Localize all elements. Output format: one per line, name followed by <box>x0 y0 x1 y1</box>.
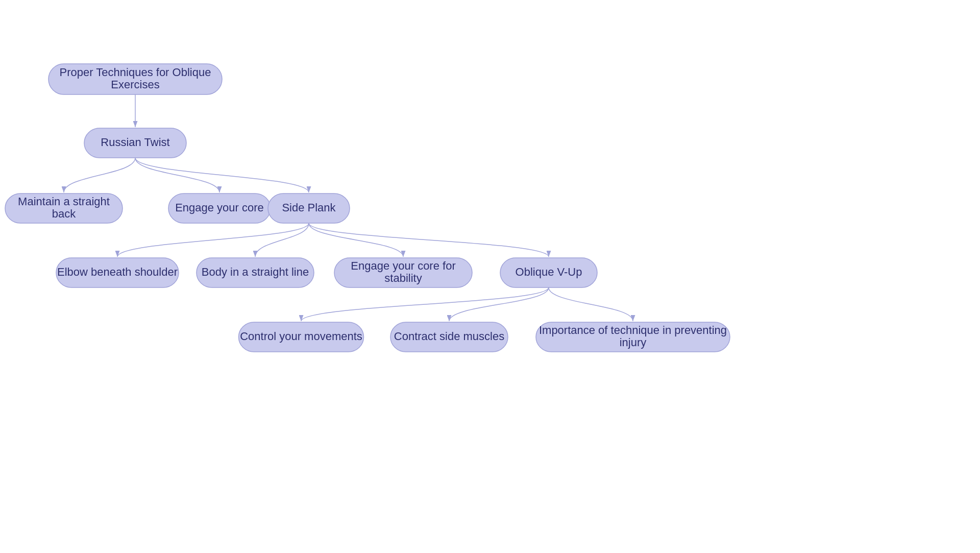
node-text-line-technique_injury-1: injury <box>620 336 647 349</box>
node-straight_line: Body in a straight line <box>197 258 314 287</box>
node-label-engage_core: Engage your core <box>175 201 264 214</box>
node-technique_injury: Importance of technique in preventinginj… <box>536 322 730 352</box>
node-engage_core: Engage your core <box>168 194 271 223</box>
edge-side_plank-elbow_shoulder <box>117 223 309 257</box>
edge-russian_twist-side_plank <box>135 158 309 193</box>
node-label-elbow_shoulder: Elbow beneath shoulder <box>57 266 178 278</box>
node-label-oblique_vup: Oblique V-Up <box>516 266 582 278</box>
node-text-line-core_stability-1: stability <box>384 272 422 284</box>
node-label-side_plank: Side Plank <box>282 201 336 214</box>
node-label-control_movements: Control your movements <box>240 330 362 343</box>
node-russian_twist: Russian Twist <box>84 128 186 158</box>
node-text-line-root-1: Exercises <box>111 78 159 91</box>
node-label-contract_muscles: Contract side muscles <box>394 330 504 343</box>
node-text-line-straight_back-1: back <box>52 207 76 220</box>
node-text-line-oblique_vup-0: Oblique V-Up <box>516 266 582 278</box>
node-text-line-side_plank-0: Side Plank <box>282 201 336 214</box>
node-text-line-root-0: Proper Techniques for Oblique <box>60 66 211 79</box>
edge-russian_twist-engage_core <box>135 158 219 193</box>
edge-oblique_vup-control_movements <box>301 287 549 321</box>
node-text-line-control_movements-0: Control your movements <box>240 330 362 343</box>
node-oblique_vup: Oblique V-Up <box>500 258 597 287</box>
node-core_stability: Engage your core forstability <box>334 258 472 287</box>
edge-oblique_vup-contract_muscles <box>449 287 549 321</box>
edge-side_plank-core_stability <box>309 223 403 257</box>
node-text-line-elbow_shoulder-0: Elbow beneath shoulder <box>57 266 178 278</box>
node-elbow_shoulder: Elbow beneath shoulder <box>56 258 179 287</box>
node-text-line-contract_muscles-0: Contract side muscles <box>394 330 504 343</box>
edge-side_plank-straight_line <box>255 223 309 257</box>
edge-russian_twist-straight_back <box>64 158 135 193</box>
edge-oblique_vup-technique_injury <box>549 287 633 321</box>
node-label-straight_line: Body in a straight line <box>202 266 309 278</box>
node-root: Proper Techniques for ObliqueExercises <box>48 64 222 94</box>
node-text-line-engage_core-0: Engage your core <box>175 201 264 214</box>
node-control_movements: Control your movements <box>239 322 364 352</box>
diagram: Proper Techniques for ObliqueExercisesRu… <box>0 0 980 553</box>
node-text-line-straight_line-0: Body in a straight line <box>202 266 309 278</box>
edge-side_plank-oblique_vup <box>309 223 549 257</box>
node-side_plank: Side Plank <box>268 194 350 223</box>
node-text-line-core_stability-0: Engage your core for <box>351 259 455 272</box>
node-text-line-russian_twist-0: Russian Twist <box>101 136 169 149</box>
node-straight_back: Maintain a straightback <box>5 194 122 223</box>
node-text-line-technique_injury-0: Importance of technique in preventing <box>539 324 727 336</box>
node-label-russian_twist: Russian Twist <box>101 136 169 149</box>
node-text-line-straight_back-0: Maintain a straight <box>18 195 110 208</box>
node-contract_muscles: Contract side muscles <box>390 322 508 352</box>
